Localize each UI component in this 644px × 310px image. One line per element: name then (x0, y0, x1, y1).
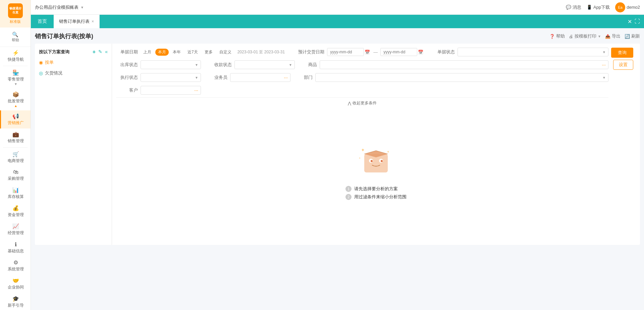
date-tab-7days[interactable]: 近7天 (185, 49, 201, 56)
add-scheme-button[interactable]: + (93, 49, 96, 55)
sidebar-label-wholesale: 批发管理 (8, 98, 24, 104)
export-label: 导出 (612, 33, 621, 39)
sidebar-label-cooperation: 企业协同 (8, 285, 24, 290)
scheme-label-shortage: 欠货情况 (45, 70, 62, 76)
help-label: 帮助 (556, 33, 565, 39)
svg-text:✦: ✦ (387, 150, 389, 154)
sidebar: 畅捷通好生意 标准版 🔍 帮助 ⚡ 快捷导航 🏪 零售管理 ▼ 📦 批发管理 ▲… (0, 0, 31, 310)
user-profile[interactable]: Ea demo2 (615, 2, 640, 12)
date-tab-thisyear[interactable]: 本年 (170, 49, 183, 56)
svg-point-6 (371, 160, 373, 162)
status-select[interactable] (458, 48, 608, 56)
print-arrow-icon: ▼ (598, 35, 601, 38)
receipt-status-label: 收款状态 (214, 62, 232, 68)
refresh-button[interactable]: 🔄 刷新 (625, 33, 640, 39)
sidebar-item-retail[interactable]: 🏪 零售管理 ▼ (0, 67, 31, 89)
date-dash: — (373, 50, 378, 55)
app-download-label: App下载 (593, 4, 610, 10)
newuser-icon: 🎓 (12, 296, 19, 302)
app-download-button[interactable]: 📱 App下载 (587, 4, 610, 10)
print-button[interactable]: 🖨 按模板打印 ▼ (569, 33, 601, 39)
sidebar-item-sales[interactable]: 💼 销售管理 (0, 128, 31, 147)
svg-text:✦: ✦ (359, 157, 361, 160)
status-label: 单据状态 (437, 49, 455, 55)
page-header-actions: ❓ 帮助 🖨 按模板打印 ▼ 📤 导出 🔄 刷新 (549, 33, 640, 39)
goods-dots-icon[interactable]: ··· (602, 62, 606, 67)
search-menu-button[interactable]: 🔍 帮助 (2, 30, 29, 44)
delivery-status-select[interactable] (141, 60, 201, 69)
exec-status-select[interactable] (141, 73, 201, 82)
avatar: Ea (615, 2, 625, 12)
sidebar-logo: 畅捷通好生意 标准版 (0, 0, 31, 28)
sidebar-item-wholesale[interactable]: 📦 批发管理 ▲ (0, 89, 31, 110)
sidebar-item-purchase[interactable]: 🛍 采购管理 (0, 166, 31, 184)
sidebar-item-basic[interactable]: ℹ 基础信息 (0, 239, 31, 257)
customer-label: 客户 (116, 87, 138, 93)
sidebar-label-marketing: 营销推广 (8, 120, 24, 126)
topbar-right: 💬 消息 📱 App下载 Ea demo2 (566, 2, 640, 12)
system-icon: ⚙ (13, 259, 18, 266)
print-label: 按模板打印 (575, 33, 596, 39)
tabbar-close-button[interactable]: ✕ (628, 18, 632, 25)
purchase-icon: 🛍 (13, 169, 18, 175)
expected-date-start-input[interactable] (327, 48, 364, 56)
refresh-icon: 🔄 (625, 34, 630, 39)
date-tab-more[interactable]: 更多 (202, 49, 215, 56)
date-tab-custom[interactable]: 自定义 (217, 49, 234, 56)
tabbar-maximize-button[interactable]: ⛶ (635, 18, 640, 24)
expected-date-end-input[interactable] (380, 48, 417, 56)
sidebar-item-operation[interactable]: 📈 经营管理 (0, 220, 31, 239)
right-content: 单据日期 上月 本月 本年 近7天 更多 自定义 2023-03-01 至 20… (112, 44, 640, 245)
sidebar-item-newuser[interactable]: 🎓 新手引导 (0, 293, 31, 310)
salesperson-dots-icon[interactable]: ··· (284, 75, 288, 80)
salesperson-input[interactable] (230, 73, 290, 82)
tab-active[interactable]: 销售订单执行表 × (54, 15, 100, 28)
sidebar-item-inventory[interactable]: 📊 库存核算 (0, 184, 31, 202)
export-button[interactable]: 📤 导出 (605, 33, 621, 39)
topbar-arrow[interactable]: ▾ (81, 5, 83, 10)
scheme-icon-order: ◉ (39, 60, 43, 65)
collapse-scheme-button[interactable]: « (105, 49, 108, 55)
sidebar-search-section: 🔍 帮助 (0, 28, 31, 47)
collapse-label: 收起更多条件 (353, 100, 377, 106)
svg-point-7 (381, 160, 383, 162)
empty-step2-label: 用过滤条件来缩小分析范围 (354, 194, 407, 200)
sidebar-item-system[interactable]: ⚙ 系统管理 (0, 257, 31, 275)
scheme-item-shortage[interactable]: ◎ 欠货情况 (35, 68, 112, 79)
page-content: 销售订单执行表(按单) ❓ 帮助 🖨 按模板打印 ▼ 📤 导出 (31, 28, 644, 310)
dept-select[interactable] (315, 73, 608, 82)
basic-icon: ℹ (15, 241, 17, 248)
query-button[interactable]: 查询 (611, 48, 633, 58)
topbar: 办公用品行业模拟账表 ▾ 💬 消息 📱 App下载 Ea demo2 (31, 0, 644, 15)
user-name: demo2 (627, 5, 640, 10)
customer-input[interactable] (141, 86, 201, 95)
sidebar-label-operation: 经营管理 (8, 230, 24, 236)
sidebar-item-ecommerce[interactable]: 🛒 电商管理 (0, 148, 31, 166)
sidebar-item-finance[interactable]: 💰 资金管理 (0, 202, 31, 220)
date-tab-thismonth[interactable]: 本月 (155, 49, 169, 56)
tab-home[interactable]: 首页 (31, 15, 54, 28)
goods-input[interactable] (320, 60, 608, 69)
tab-close-button[interactable]: × (92, 19, 94, 24)
date-tab-lastmonth[interactable]: 上月 (141, 49, 154, 56)
scheme-item-order[interactable]: ◉ 按单 (35, 57, 112, 68)
edit-scheme-button[interactable]: ✎ (98, 49, 102, 55)
tab-home-label: 首页 (38, 18, 47, 24)
date-label: 单据日期 (116, 49, 138, 55)
sidebar-item-quicknav[interactable]: ⚡ 快捷导航 (0, 47, 31, 65)
collapse-button[interactable]: ⋀ 收起更多条件 (348, 100, 377, 106)
refresh-label: 刷新 (631, 33, 640, 39)
sidebar-label-quicknav: 快捷导航 (8, 57, 24, 62)
sidebar-item-cooperation[interactable]: 🤝 企业协同 (0, 275, 31, 293)
collapse-arrow-icon: ⋀ (348, 101, 351, 106)
expected-date-end-icon[interactable]: 📅 (418, 50, 423, 55)
customer-dots-icon[interactable]: ··· (194, 88, 198, 93)
receipt-status-select[interactable] (234, 60, 295, 69)
scheme-label-order: 按单 (45, 59, 54, 65)
setting-button[interactable]: 设置 (613, 60, 633, 70)
message-button[interactable]: 💬 消息 (566, 4, 581, 10)
expected-date-start-icon[interactable]: 📅 (365, 50, 370, 55)
help-button[interactable]: ❓ 帮助 (549, 33, 565, 39)
sidebar-item-marketing[interactable]: 📢 营销推广 (0, 110, 31, 128)
content-body: 按以下方案查询 + ✎ « ◉ 按单 ◎ 欠货情况 (35, 44, 640, 245)
